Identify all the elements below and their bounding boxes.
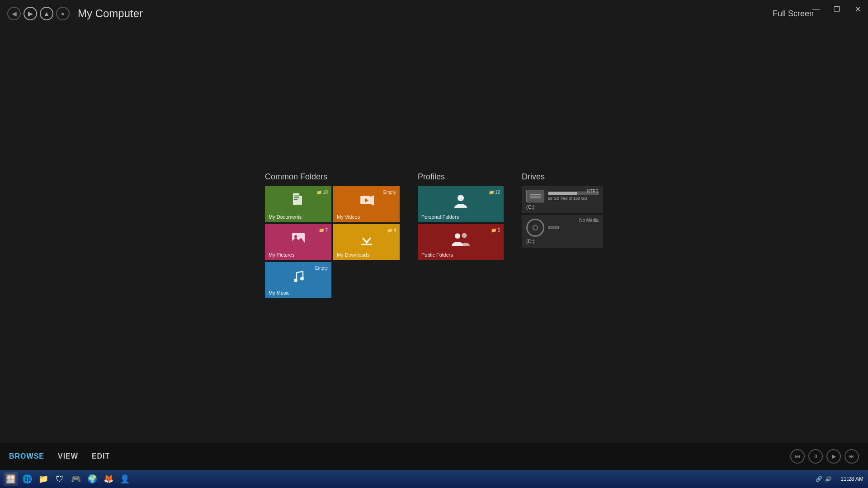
taskbar-user-icon[interactable]: 👤: [118, 472, 132, 486]
folder-icon-small-4: 📁: [489, 190, 494, 195]
svg-point-18: [462, 233, 467, 238]
volume-icon: 🔊: [825, 476, 832, 482]
downloads-icon: [359, 230, 375, 250]
drive-d-optical: [526, 219, 559, 237]
profiles-title: Profiles: [418, 172, 504, 182]
drive-c[interactable]: NTFS 69: [522, 186, 603, 213]
svg-point-17: [455, 233, 460, 239]
taskbar-steam-icon[interactable]: 🎮: [69, 472, 83, 486]
tile-my-videos[interactable]: My Videos Empty: [333, 186, 400, 222]
svg-rect-2: [294, 197, 299, 198]
drive-d[interactable]: No Media (D:): [522, 215, 603, 248]
common-folders-section: Common Folders My Document: [265, 172, 400, 298]
documents-icon: [290, 192, 307, 212]
drive-c-space: 69 GB free of 168 GB: [548, 196, 599, 201]
media-play-button[interactable]: ▶: [826, 449, 841, 464]
drive-d-tray: [548, 226, 559, 229]
drive-d-no-media: No Media: [579, 218, 599, 223]
taskbar-explorer-icon[interactable]: 📁: [36, 472, 51, 486]
folder-icon-small: 📁: [316, 190, 322, 195]
drive-hdd-lines: [530, 194, 541, 198]
sections-container: Common Folders My Document: [265, 172, 603, 298]
tile-my-pictures[interactable]: My Pictures 📁7: [265, 224, 331, 260]
media-next-button[interactable]: ⏭: [844, 449, 859, 464]
svg-rect-13: [361, 244, 372, 245]
folder-icon-small-3: 📁: [387, 228, 392, 233]
drive-d-disc-inner: [533, 225, 538, 230]
profiles-grid: Personal Folders 📁12: [418, 186, 504, 260]
tile-public-folders[interactable]: Public Folders 📁6: [418, 224, 504, 260]
drives-section: Drives NTFS: [522, 172, 603, 249]
hdd-line-1: [530, 194, 541, 195]
tile-my-downloads[interactable]: My Downloads 📁4: [333, 224, 400, 260]
back-button[interactable]: ◀: [7, 7, 21, 20]
tile-my-documents[interactable]: My Documents 📁10: [265, 186, 331, 222]
my-pictures-label: My Pictures: [269, 252, 294, 258]
tile-my-music[interactable]: My Music Empty: [265, 262, 331, 298]
media-prev-button[interactable]: ⏮: [790, 449, 805, 464]
drive-d-disc-icon: [526, 219, 544, 237]
svg-point-14: [294, 278, 297, 282]
tile-personal-folders[interactable]: Personal Folders 📁12: [418, 186, 504, 222]
menu-view[interactable]: VIEW: [58, 452, 78, 460]
taskbar-chrome-icon[interactable]: 🌍: [85, 472, 99, 486]
public-folders-count: 📁6: [491, 228, 500, 233]
my-videos-empty: Empty: [383, 190, 396, 195]
svg-marker-8: [370, 195, 374, 205]
window-controls: — ❐ ✕: [806, 0, 868, 18]
taskbar-ie-icon[interactable]: 🌐: [20, 472, 34, 486]
personal-folders-icon: [452, 192, 470, 212]
maximize-button[interactable]: ❐: [826, 0, 847, 18]
taskbar-firefox-icon[interactable]: 🦊: [101, 472, 116, 486]
music-icon: [290, 268, 307, 288]
drives-container: NTFS 69: [522, 186, 603, 248]
drive-c-hdd-icon: [526, 190, 544, 202]
menu-browse[interactable]: BROWSE: [9, 452, 44, 460]
my-pictures-count: 📁7: [319, 228, 328, 233]
my-downloads-count: 📁4: [387, 228, 396, 233]
taskbar: 🪟 🌐 📁 🛡 🎮 🌍 🦊 👤 🔗 🔊 11:28 AM: [0, 470, 868, 488]
public-folders-label: Public Folders: [421, 252, 453, 258]
taskbar-sys-tray: 🔗 🔊: [816, 476, 832, 482]
drive-c-progress-fill: [548, 192, 577, 195]
profiles-section: Profiles Personal Folders 📁12: [418, 172, 504, 260]
personal-folders-label: Personal Folders: [421, 214, 459, 220]
titlebar: ◀ ▶ ▲ ● My Computer Full Screen — ❐ ✕: [0, 0, 868, 27]
media-pause-button[interactable]: ⏸: [808, 449, 823, 464]
hdd-line-3: [530, 197, 541, 198]
svg-rect-1: [294, 195, 299, 196]
network-icon: 🔗: [816, 476, 822, 482]
svg-marker-12: [362, 233, 371, 244]
my-documents-label: My Documents: [269, 214, 302, 220]
taskbar-start-button[interactable]: 🪟: [4, 472, 18, 486]
public-folders-icon: [451, 230, 471, 250]
common-folders-title: Common Folders: [265, 172, 400, 182]
drive-c-name: (C:): [526, 204, 599, 210]
my-downloads-label: My Downloads: [337, 252, 369, 258]
main-content: Common Folders My Document: [0, 27, 868, 443]
menu-edit[interactable]: EDIT: [92, 452, 110, 460]
taskbar-clock: 11:28 AM: [840, 476, 863, 482]
up-button[interactable]: ▲: [40, 7, 53, 20]
taskbar-shield-icon[interactable]: 🛡: [52, 472, 67, 486]
my-music-label: My Music: [269, 290, 289, 296]
svg-point-15: [300, 277, 304, 280]
svg-rect-3: [294, 199, 297, 200]
minimize-button[interactable]: —: [806, 0, 826, 18]
svg-point-16: [458, 195, 464, 201]
forward-button[interactable]: ▶: [24, 7, 37, 20]
media-controls: ⏮ ⏸ ▶ ⏭: [790, 449, 859, 464]
my-documents-count: 📁10: [316, 190, 328, 195]
common-folders-grid: My Documents 📁10 My Videos: [265, 186, 400, 298]
hdd-line-2: [530, 196, 541, 197]
bottom-menubar: BROWSE VIEW EDIT ⏮ ⏸ ▶ ⏭: [0, 443, 868, 470]
stop-button[interactable]: ●: [56, 7, 70, 20]
taskbar-time: 11:28 AM: [840, 476, 863, 482]
personal-folders-count: 📁12: [489, 190, 500, 195]
drive-d-name: (D:): [526, 239, 599, 244]
my-music-empty: Empty: [315, 266, 328, 271]
folder-icon-small-2: 📁: [319, 228, 324, 233]
videos-icon: [359, 192, 375, 212]
page-title: My Computer: [78, 7, 143, 20]
close-button[interactable]: ✕: [847, 0, 868, 18]
